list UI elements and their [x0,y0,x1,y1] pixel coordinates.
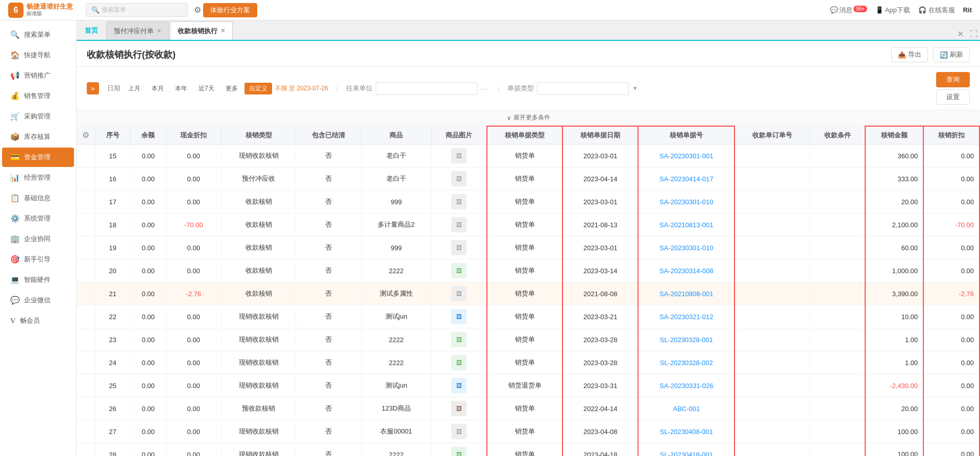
table-row[interactable]: 22 0.00 0.00 现销收款核销 否 测试jun 🖼 销货单 2023-0… [77,305,979,328]
column-settings-button[interactable]: ⚙ [82,130,89,140]
table-row[interactable]: 15 0.00 0.00 现销收款核销 否 老白干 🖼 销货单 2023-03-… [77,145,979,167]
cell-writeoff-no[interactable]: SA-20230301-010 [638,236,734,259]
date-last-month[interactable]: 上月 [124,83,145,94]
table-row[interactable]: 20 0.00 0.00 收款核销 否 2222 🖼 销货单 2023-03-1… [77,259,979,282]
table-row[interactable]: 16 0.00 0.00 预付冲应收 否 老白干 🖼 销货单 2023-04-1… [77,167,979,190]
cell-collection-order-no [734,351,810,374]
sidebar-item-sales[interactable]: 💰 销售管理 [2,86,74,106]
sidebar-item-vip[interactable]: V 畅会员 [2,311,74,330]
user-info[interactable]: Rit [963,6,972,14]
writeoff-no-link[interactable]: SA-20230301-010 [659,244,714,252]
writeoff-no-link[interactable]: SA-20230301-010 [659,198,714,206]
writeoff-no-link[interactable]: SL-20230328-002 [660,359,713,367]
table-row[interactable]: 26 0.00 0.00 预收款核销 否 123D商品 🖼 销货单 2022-0… [77,397,979,420]
cell-writeoff-no[interactable]: SA-20230301-001 [638,145,734,167]
search-box[interactable]: 🔍 搜索菜单 [86,3,188,17]
writeoff-no-link[interactable]: SA-20230301-001 [659,152,714,160]
writeoff-no-link[interactable]: SA-20210813-001 [659,221,714,229]
table-row[interactable]: 17 0.00 0.00 收款核销 否 999 🖼 销货单 2023-03-01… [77,190,979,213]
query-button[interactable]: 查询 [936,72,970,87]
sidebar-item-hardware[interactable]: 💻 智能硬件 [2,270,74,290]
tab-close-prepay[interactable]: ✕ [157,28,161,34]
col-settings[interactable]: ⚙ [77,126,95,145]
cell-collection-terms [810,236,866,259]
sidebar-item-basic[interactable]: 📋 基础信息 [2,188,74,208]
close-window-icon[interactable]: ✕ [955,28,966,40]
cell-writeoff-no[interactable]: SA-20230414-017 [638,167,734,190]
cell-cash-discount: 0.00 [166,259,221,282]
export-button[interactable]: 📤 导出 [891,47,928,62]
sidebar-item-wechat[interactable]: 💬 企业微信 [2,291,74,310]
col-writeoff-no: 核销单据号 [638,126,734,145]
date-custom[interactable]: 自定义 [244,83,272,94]
cell-writeoff-no[interactable]: SL-20230328-001 [638,328,734,351]
sidebar-item-quicknav[interactable]: 🏠 快捷导航 [2,45,74,65]
sidebar-item-marketing[interactable]: 📢 营销推广 [2,66,74,85]
sidebar-item-finance[interactable]: 💳 资金管理 [2,148,74,167]
date-more[interactable]: 更多 [221,83,242,94]
online-support-link[interactable]: 🎧 在线客服 [918,6,955,15]
expand-window-icon[interactable]: ⛶ [968,29,980,40]
cell-writeoff-no[interactable]: SA-20230314-008 [638,259,734,282]
cell-writeoff-date: 2023-03-01 [562,190,638,213]
sidebar-item-search[interactable]: 🔍 搜索菜单 [2,25,74,44]
cell-collection-terms [810,351,866,374]
sidebar-item-system[interactable]: ⚙️ 系统管理 [2,209,74,228]
writeoff-no-link[interactable]: SA-20210808-001 [659,290,714,298]
gear-button[interactable]: ⚙ [194,5,201,15]
table-row[interactable]: 27 0.00 0.00 现销收款核销 否 衣服00001 🖼 销货单 2023… [77,420,979,443]
filter-toggle-button[interactable]: » [87,82,99,94]
cell-writeoff-no[interactable]: SA-20230321-012 [638,305,734,328]
table-row[interactable]: 18 0.00 -70.00 收款核销 否 多计量商品2 🖼 销货单 2021-… [77,213,979,236]
messages-link[interactable]: 💬 消息 99+ [830,6,867,15]
date-last-7days[interactable]: 近7天 [194,83,219,94]
table-row[interactable]: 25 0.00 0.00 现销收款核销 否 测试jun 🖼 销货退货单 2023… [77,374,979,397]
writeoff-no-link[interactable]: SL-20230408-001 [660,428,713,436]
table-row[interactable]: 21 0.00 -2.76 收款核销 否 测试多属性 🖼 销货单 2021-08… [77,282,979,305]
message-badge: 99+ [853,6,867,12]
writeoff-no-link[interactable]: SL-20230418-001 [660,451,713,457]
cell-writeoff-no[interactable]: SA-20230301-010 [638,190,734,213]
cell-writeoff-type: 现销收款核销 [221,145,296,167]
cell-writeoff-no[interactable]: SL-20230418-001 [638,443,734,457]
refresh-button[interactable]: 🔄 刷新 [933,47,970,62]
sidebar-item-enterprise[interactable]: 🏢 企业协同 [2,229,74,249]
tab-collection[interactable]: 收款核销执行 ✕ [170,21,233,40]
tab-close-collection[interactable]: ✕ [220,28,225,34]
col-collection-terms: 收款条件 [810,126,866,145]
writeoff-no-link[interactable]: ABC-001 [673,405,700,413]
tab-home[interactable]: 首页 [77,21,106,40]
cell-collection-terms [810,167,866,190]
cell-writeoff-no[interactable]: SL-20230408-001 [638,420,734,443]
writeoff-no-link[interactable]: SA-20230321-012 [659,313,714,321]
cell-writeoff-no[interactable]: SL-20230328-002 [638,351,734,374]
sidebar-item-guide[interactable]: 🎯 新手引导 [2,250,74,269]
sidebar-item-purchase[interactable]: 🛒 采购管理 [2,107,74,126]
industry-btn[interactable]: 体验行业方案 [203,3,257,17]
date-this-year[interactable]: 本年 [170,83,192,94]
sidebar-item-inventory[interactable]: 📦 库存核算 [2,127,74,147]
cell-goods: 测试多属性 [361,282,431,305]
table-row[interactable]: 23 0.00 0.00 现销收款核销 否 2222 🖼 销货单 2023-03… [77,328,979,351]
writeoff-no-link[interactable]: SA-20230331-026 [659,382,714,390]
sidebar-item-operations[interactable]: 📊 经营管理 [2,168,74,187]
setting-button[interactable]: 设置 [936,89,970,105]
tab-prepay[interactable]: 预付冲应付单 ✕ [106,21,169,40]
date-this-month[interactable]: 本月 [147,83,168,94]
writeoff-no-link[interactable]: SL-20230328-001 [660,336,713,344]
cell-writeoff-no[interactable]: SA-20210808-001 [638,282,734,305]
table-row[interactable]: 28 0.00 0.00 现销收款核销 否 2222 🖼 销货单 2023-04… [77,443,979,457]
logo-icon: 6 [8,3,23,18]
cell-writeoff-no[interactable]: SA-20230331-026 [638,374,734,397]
voucher-type-input[interactable] [537,82,629,95]
writeoff-no-link[interactable]: SA-20230314-008 [659,267,714,275]
cell-cash-discount: 0.00 [166,236,221,259]
app-download-link[interactable]: 📱 App下载 [875,6,910,15]
expand-more-bar[interactable]: ∨ 展开更多条件 [77,110,980,126]
counterparty-input[interactable] [376,82,478,95]
table-row[interactable]: 19 0.00 0.00 收款核销 否 999 🖼 销货单 2023-03-01… [77,236,979,259]
table-row[interactable]: 24 0.00 0.00 现销收款核销 否 2222 🖼 销货单 2023-03… [77,351,979,374]
cell-writeoff-no[interactable]: ABC-001 [638,397,734,420]
cell-writeoff-no[interactable]: SA-20210813-001 [638,213,734,236]
writeoff-no-link[interactable]: SA-20230414-017 [659,175,714,183]
